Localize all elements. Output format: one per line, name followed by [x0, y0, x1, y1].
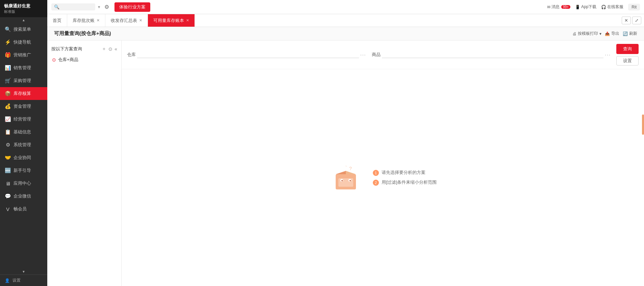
- message-action[interactable]: ✉ 消息 99+: [547, 4, 570, 10]
- print-dropdown-icon: ▾: [599, 31, 601, 36]
- tab-2[interactable]: 收发存汇总表✕: [105, 14, 148, 27]
- right-panel: 仓库 ··· 商品 ··· 查询 设置: [122, 41, 644, 286]
- filter-actions: 查询 设置: [616, 44, 639, 66]
- export-icon: 📤: [605, 31, 610, 36]
- tab-label-3: 可用量库存账本: [153, 18, 184, 24]
- empty-state-content: ? ~ 1 请先选择要分析的方案 2 用[过滤]条件来缩小分析范围: [329, 161, 437, 194]
- tab-close-1[interactable]: ✕: [97, 18, 100, 23]
- sidebar-icon-2: 🎁: [5, 52, 11, 58]
- tip-num-1: 1: [373, 170, 379, 176]
- sidebar-item-企业协同[interactable]: 🤝 企业协同: [0, 151, 47, 164]
- dropdown-icon[interactable]: ▾: [98, 4, 100, 9]
- sidebar-item-销售管理[interactable]: 📊 销售管理: [0, 61, 47, 74]
- app-download-action[interactable]: 📱 App下载: [575, 4, 596, 10]
- sidebar-item-资金管理[interactable]: 💰 资金管理: [0, 100, 47, 113]
- message-icon: ✉: [547, 5, 550, 9]
- sidebar-icon-5: 📦: [5, 90, 11, 97]
- refresh-button[interactable]: 🔄 刷新: [623, 31, 637, 36]
- tip-text-2: 用[过滤]条件来缩小分析范围: [382, 179, 437, 185]
- content-area: 按以下方案查询 ＋ ⊙ « ⊙ 仓库+商品 仓库 ···: [47, 41, 644, 286]
- sidebar-item-搜索菜单[interactable]: 🔍 搜索菜单: [0, 23, 47, 36]
- sidebar-item-企业微信[interactable]: 💬 企业微信: [0, 190, 47, 203]
- refresh-label: 刷新: [629, 31, 637, 36]
- empty-tip-1: 1 请先选择要分析的方案: [373, 170, 437, 176]
- svg-point-6: [341, 180, 343, 181]
- sidebar-label-2: 营销推广: [14, 52, 31, 58]
- sidebar-label-7: 经营管理: [14, 116, 31, 122]
- empty-tips: 1 请先选择要分析的方案 2 用[过滤]条件来缩小分析范围: [373, 170, 437, 186]
- query-button[interactable]: 查询: [616, 44, 639, 54]
- sidebar-item-新手引导[interactable]: 🆕 新手引导: [0, 164, 47, 177]
- warehouse-input[interactable]: [137, 51, 359, 58]
- message-label: 消息: [551, 4, 560, 10]
- sidebar-icon-1: ⚡: [5, 39, 11, 45]
- sidebar-icon-6: 💰: [5, 103, 11, 109]
- close-tab-button[interactable]: ✕: [622, 17, 631, 24]
- sidebar-item-应用中心[interactable]: 🖥 应用中心: [0, 177, 47, 190]
- scheme-item-warehouse-product[interactable]: ⊙ 仓库+商品: [47, 54, 121, 66]
- collapse-panel-button[interactable]: «: [114, 46, 117, 52]
- sidebar-item-经营管理[interactable]: 📈 经营管理: [0, 113, 47, 126]
- search-input[interactable]: [61, 5, 91, 9]
- product-input[interactable]: [382, 51, 604, 58]
- warehouse-more-button[interactable]: ···: [360, 52, 366, 57]
- sidebar-label-4: 采购管理: [14, 78, 31, 84]
- sidebar-scroll-down[interactable]: ▼: [0, 269, 47, 275]
- filter-section-title: 按以下方案查询 ＋ ⊙ «: [47, 44, 121, 54]
- sidebar-brand: 畅康通好生意 标准版: [0, 0, 47, 17]
- user-info[interactable]: Rit: [628, 4, 640, 10]
- sidebar-item-系统管理[interactable]: ⚙ 系统管理: [0, 138, 47, 151]
- sidebar-bottom-user[interactable]: 👤 设置: [0, 275, 47, 286]
- user-avatar-icon: 👤: [5, 278, 10, 283]
- right-scrollbar[interactable]: [642, 114, 644, 135]
- sidebar-item-采购管理[interactable]: 🛒 采购管理: [0, 74, 47, 87]
- filter-section-actions: ＋ ⊙ «: [102, 46, 117, 52]
- print-label: 按模板打印: [578, 31, 598, 36]
- sidebar-nav: 🔍 搜索菜单 ⚡ 快捷导航 🎁 营销推广 📊 销售管理 🛒 采购管理 📦 库存核…: [0, 23, 47, 269]
- tabs-right-controls: ✕ ⤢: [622, 17, 644, 24]
- online-service-action[interactable]: 🎧 在线客服: [601, 4, 623, 10]
- sidebar-item-库存核算[interactable]: 📦 库存核算: [0, 87, 47, 100]
- scheme-label: 仓库+商品: [58, 57, 78, 63]
- sidebar-icon-7: 📈: [5, 116, 11, 122]
- settings-scheme-button[interactable]: ⊙: [108, 46, 112, 52]
- search-icon: 🔍: [54, 4, 59, 9]
- industry-button[interactable]: 体验行业方案: [114, 2, 150, 12]
- add-scheme-button[interactable]: ＋: [102, 46, 106, 52]
- brand-sub: 标准版: [4, 9, 43, 14]
- topbar-search-box[interactable]: 🔍: [51, 3, 95, 10]
- page-title: 可用量查询(按仓库+商品): [54, 30, 111, 37]
- filter-settings-button[interactable]: 设置: [616, 56, 639, 66]
- message-badge: 99+: [561, 5, 570, 9]
- sidebar-label-1: 快捷导航: [14, 39, 31, 45]
- tab-3[interactable]: 可用量库存账本✕: [148, 14, 195, 27]
- export-button[interactable]: 📤 导出: [605, 31, 619, 36]
- sidebar-label-8: 基础信息: [14, 129, 31, 135]
- gear-icon[interactable]: ⚙: [104, 4, 109, 10]
- svg-point-7: [350, 180, 351, 181]
- sidebar-item-畅会员[interactable]: V 畅会员: [0, 203, 47, 215]
- sidebar-label-10: 企业协同: [14, 155, 31, 161]
- page-header: 可用量查询(按仓库+商品) 🖨 按模板打印 ▾ 📤 导出 🔄 刷新: [47, 27, 644, 41]
- product-label: 商品: [372, 52, 381, 58]
- topbar: 🔍 ▾ ⚙ 体验行业方案 ✉ 消息 99+ 📱 App下载 🎧 在线客服 Rit: [47, 0, 644, 14]
- tab-1[interactable]: 库存批次账✕: [67, 14, 105, 27]
- sidebar-label-9: 系统管理: [14, 142, 31, 148]
- sidebar-item-基础信息[interactable]: 📋 基础信息: [0, 126, 47, 138]
- sidebar-item-快捷导航[interactable]: ⚡ 快捷导航: [0, 36, 47, 49]
- tab-close-2[interactable]: ✕: [139, 18, 142, 23]
- empty-tip-2: 2 用[过滤]条件来缩小分析范围: [373, 179, 437, 186]
- print-button[interactable]: 🖨 按模板打印 ▾: [572, 31, 601, 36]
- tab-0[interactable]: 首页: [47, 14, 67, 27]
- sidebar-label-12: 应用中心: [14, 180, 31, 186]
- maximize-tab-button[interactable]: ⤢: [632, 17, 641, 24]
- sidebar-scroll-up[interactable]: ▲: [0, 17, 47, 23]
- svg-text:~: ~: [345, 164, 347, 168]
- sidebar-item-营销推广[interactable]: 🎁 营销推广: [0, 49, 47, 61]
- tip-text-1: 请先选择要分析的方案: [382, 170, 426, 176]
- product-more-button[interactable]: ···: [605, 52, 611, 57]
- tip-num-2: 2: [373, 180, 379, 186]
- tab-close-3[interactable]: ✕: [186, 18, 189, 23]
- sidebar-icon-8: 📋: [5, 129, 11, 135]
- sidebar-user-label: 设置: [12, 278, 21, 283]
